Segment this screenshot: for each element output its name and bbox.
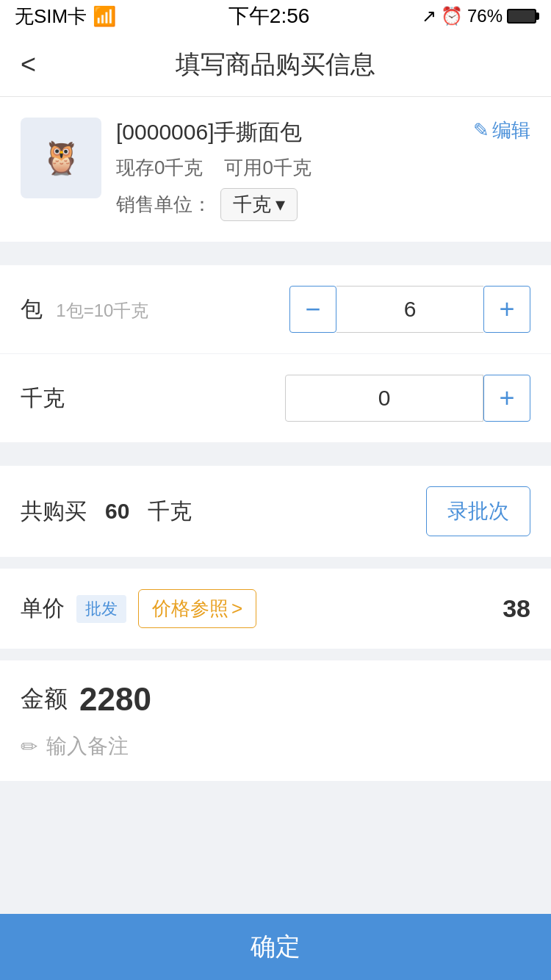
status-bar: 无SIM卡 📶 下午2:56 ↗ ⏰ 76% [0,0,551,32]
pencil-icon: ✏ [21,735,37,759]
confirm-button-label: 确定 [251,930,300,964]
product-card: 🦉 [0000006]手撕面包 ✎ 编辑 现存0千克 可用0千克 销售单位： 千… [0,97,551,242]
edit-button[interactable]: ✎ 编辑 [473,118,530,143]
amount-value: 2280 [79,681,151,718]
divider-1 [0,253,551,265]
back-button[interactable]: < [21,49,36,80]
total-amount: 60 [105,499,129,523]
price-ref-button[interactable]: 价格参照 > [138,589,256,628]
status-time: 下午2:56 [228,2,310,30]
kg-plus-button[interactable]: + [483,375,530,422]
amount-row: 金额 2280 [21,681,530,718]
kg-input-row: 千克 + [0,354,551,442]
carrier-text: 无SIM卡 [15,4,87,29]
unit-select[interactable]: 千克 ▾ [220,188,298,221]
product-name: [0000006]手撕面包 [116,118,302,148]
product-unit-row: 销售单位： 千克 ▾ [116,188,530,221]
price-value: 38 [503,594,530,623]
nav-bar: < 填写商品购买信息 [0,32,551,97]
note-placeholder: 输入备注 [46,732,129,760]
status-carrier: 无SIM卡 📶 [15,4,116,29]
confirm-bar[interactable]: 确定 [0,914,551,980]
price-row: 单价 批发 价格参照 > 38 [0,569,551,649]
total-text: 共购买 60 千克 [21,497,192,527]
bag-label: 包 1包=10千克 [21,295,289,325]
bag-section: 包 1包=10千克 − + 千克 + [0,265,551,442]
edit-label: 编辑 [492,118,530,143]
bag-hint: 1包=10千克 [56,300,148,320]
location-icon: ↗ [422,6,436,26]
edit-icon: ✎ [473,119,489,142]
bag-plus-button[interactable]: + [483,286,530,333]
price-section: 单价 批发 价格参照 > 38 [0,569,551,649]
divider-3 [0,557,551,569]
battery-text: 76% [467,6,503,26]
bag-qty-control: − + [289,286,530,333]
bag-minus-button[interactable]: − [289,286,336,333]
kg-qty-input[interactable] [285,375,483,422]
note-row[interactable]: ✏ 输入备注 [21,732,530,760]
amount-section: 金额 2280 ✏ 输入备注 [0,660,551,781]
alarm-icon: ⏰ [441,6,463,26]
product-logo-icon: 🦉 [41,139,82,177]
battery-icon [507,9,536,24]
price-tag-batch: 批发 [76,595,126,623]
total-row: 共购买 60 千克 录批次 [0,466,551,557]
bag-qty-input[interactable] [336,286,483,333]
product-stock: 现存0千克 可用0千克 [116,155,530,181]
product-thumbnail: 🦉 [21,118,101,198]
chevron-right-icon: > [231,597,242,620]
kg-qty-control: + [285,375,530,422]
product-header: [0000006]手撕面包 ✎ 编辑 [116,118,530,155]
divider-2 [0,454,551,466]
dropdown-icon: ▾ [276,193,285,216]
kg-label: 千克 [21,383,285,414]
wifi-icon: 📶 [93,5,116,28]
status-right: ↗ ⏰ 76% [422,6,536,26]
bag-input-row: 包 1包=10千克 − + [0,265,551,354]
price-label: 单价 [21,594,65,624]
product-info: [0000006]手撕面包 ✎ 编辑 现存0千克 可用0千克 销售单位： 千克 … [116,118,530,221]
amount-label: 金额 [21,683,68,716]
page-title: 填写商品购买信息 [176,48,375,82]
batch-button[interactable]: 录批次 [426,486,530,536]
